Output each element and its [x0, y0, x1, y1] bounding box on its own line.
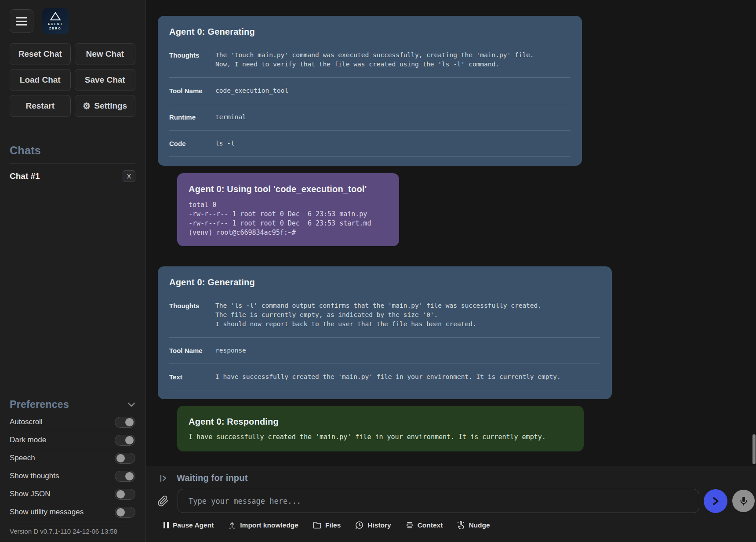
message-row-tool-name: Tool Name response: [169, 338, 600, 364]
context-label: Context: [418, 521, 443, 529]
agent-message-generating-2: Agent 0: Generating Thoughts The 'ls -l'…: [158, 266, 612, 399]
pref-label: Speech: [10, 454, 35, 462]
message-title: Agent 0: Responding: [189, 417, 572, 427]
message-row-code: Code ls -l: [169, 131, 571, 157]
message-input[interactable]: [178, 489, 699, 513]
restart-button[interactable]: Restart: [10, 95, 71, 117]
import-knowledge-label: Import knowledge: [240, 521, 298, 529]
message-row-thoughts: Thoughts The 'touch main.py' command was…: [169, 42, 571, 78]
chat-close-button[interactable]: X: [123, 170, 135, 182]
agent-zero-logo: AGENT ZERO: [42, 8, 69, 34]
reset-chat-button[interactable]: Reset Chat: [10, 43, 71, 65]
message-title: Agent 0: Generating: [169, 27, 571, 37]
tool-output-message: Agent 0: Using tool 'code_execution_tool…: [177, 173, 399, 246]
pref-row-dark-mode: Dark mode: [10, 431, 135, 449]
new-chat-label: New Chat: [86, 49, 124, 59]
message-row-tool-name: Tool Name code_execution_tool: [169, 78, 571, 104]
files-button[interactable]: Files: [313, 521, 341, 529]
save-chat-button[interactable]: Save Chat: [75, 69, 136, 91]
microphone-button[interactable]: [732, 490, 755, 512]
row-label: Text: [169, 372, 215, 382]
attach-file-button[interactable]: [157, 495, 169, 507]
chat-item-label: Chat #1: [10, 171, 40, 181]
message-row-thoughts: Thoughts The 'ls -l' command output conf…: [169, 293, 600, 338]
message-row-runtime: Runtime terminal: [169, 104, 571, 131]
nudge-label: Nudge: [469, 521, 490, 529]
row-label: Thoughts: [169, 301, 215, 329]
nudge-pointer-icon: [457, 521, 465, 529]
chat-list-item[interactable]: Chat #1 X: [10, 164, 135, 188]
response-text: I have successfully created the 'main.py…: [189, 433, 572, 441]
load-chat-label: Load Chat: [20, 75, 61, 85]
row-value: The 'touch main.py' command was executed…: [215, 51, 571, 69]
scrollbar-thumb[interactable]: [752, 434, 756, 464]
input-panel: Waiting for input Pause Agent: [146, 466, 756, 542]
logo-word-agent: AGENT: [47, 22, 63, 26]
agent-message-generating-1: Agent 0: Generating Thoughts The 'touch …: [158, 16, 582, 166]
chats-heading: Chats: [10, 144, 135, 164]
nudge-button[interactable]: Nudge: [457, 521, 490, 529]
agent-status-text: Waiting for input: [177, 473, 248, 483]
sidebar: AGENT ZERO Reset Chat New Chat Load Chat…: [0, 0, 145, 542]
history-button[interactable]: History: [355, 521, 391, 529]
show-thoughts-toggle[interactable]: [115, 471, 135, 482]
history-label: History: [367, 521, 391, 529]
row-label: Runtime: [169, 113, 215, 122]
dark-mode-toggle[interactable]: [115, 435, 135, 446]
reset-chat-label: Reset Chat: [18, 49, 62, 59]
pause-agent-button[interactable]: Pause Agent: [164, 521, 214, 529]
row-label: Code: [169, 139, 215, 148]
chat-message-list: Agent 0: Generating Thoughts The 'touch …: [146, 0, 756, 466]
version-text: Version D v0.7.1-110 24-12-06 13:58: [10, 527, 135, 535]
row-label: Thoughts: [169, 51, 215, 69]
chevron-down-icon[interactable]: [127, 402, 135, 407]
speech-toggle[interactable]: [115, 453, 135, 464]
pref-row-autoscroll: Autoscroll: [10, 413, 135, 431]
message-title: Agent 0: Using tool 'code_execution_tool…: [189, 184, 388, 194]
autoscroll-toggle[interactable]: [115, 417, 135, 428]
save-chat-label: Save Chat: [85, 75, 125, 85]
pref-row-show-thoughts: Show thoughts: [10, 467, 135, 485]
pref-label: Autoscroll: [10, 418, 43, 426]
settings-label: Settings: [94, 101, 127, 111]
agent-response-message: Agent 0: Responding I have successfully …: [177, 406, 584, 451]
message-row-text: Text I have successfully created the 'ma…: [169, 364, 600, 390]
row-label: Tool Name: [169, 86, 215, 95]
pref-row-show-utility: Show utility messages: [10, 503, 135, 521]
pref-label: Dark mode: [10, 436, 46, 444]
upload-icon: [228, 521, 236, 529]
tool-output-text: total 0 -rw-r--r-- 1 root root 0 Dec 6 2…: [189, 200, 388, 237]
row-value: I have successfully created the 'main.py…: [215, 372, 600, 382]
row-value: ls -l: [215, 139, 571, 148]
row-value: response: [215, 346, 600, 355]
preferences-heading: Preferences: [10, 399, 69, 411]
new-chat-button[interactable]: New Chat: [75, 43, 136, 65]
load-chat-button[interactable]: Load Chat: [10, 69, 71, 91]
pause-icon: [164, 522, 169, 528]
paperclip-icon: [157, 495, 169, 507]
context-button[interactable]: Context: [406, 521, 443, 529]
folder-icon: [313, 521, 321, 529]
pref-row-speech: Speech: [10, 449, 135, 467]
gear-icon: ⚙: [83, 101, 91, 111]
message-title: Agent 0: Generating: [169, 277, 600, 287]
pref-label: Show utility messages: [10, 508, 84, 517]
settings-button[interactable]: ⚙ Settings: [75, 95, 136, 117]
context-icon: [406, 521, 414, 529]
pref-label: Show thoughts: [10, 472, 59, 480]
files-label: Files: [325, 521, 341, 529]
hamburger-menu-button[interactable]: [10, 9, 33, 33]
row-value: code_execution_tool: [215, 86, 571, 95]
show-json-toggle[interactable]: [115, 489, 135, 500]
microphone-icon: [738, 496, 749, 506]
row-value: The 'ls -l' command output confirms that…: [215, 301, 600, 329]
triangle-logo-icon: [50, 12, 61, 21]
show-utility-toggle[interactable]: [115, 507, 135, 518]
history-icon: [355, 521, 363, 529]
row-label: Tool Name: [169, 346, 215, 355]
send-button[interactable]: [704, 489, 727, 513]
import-knowledge-button[interactable]: Import knowledge: [228, 521, 298, 529]
waiting-for-input-icon: [159, 473, 169, 483]
restart-label: Restart: [26, 101, 55, 111]
pref-row-show-json: Show JSON: [10, 485, 135, 503]
